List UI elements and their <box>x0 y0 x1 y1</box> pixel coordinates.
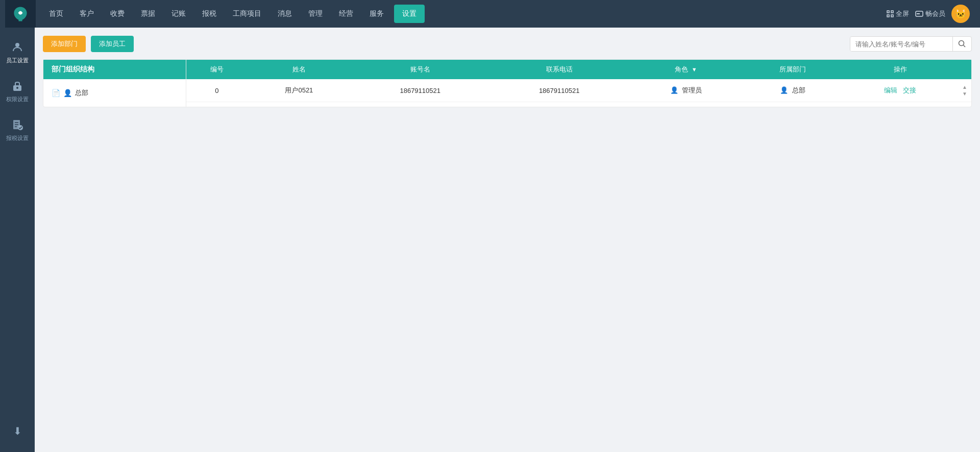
emp-table-header: 编号 姓名 账号名 联系电话 角色 ▼ 所属部门 操作 <box>186 60 971 79</box>
scroll-up-icon[interactable]: ▲ <box>962 84 967 90</box>
nav-tax[interactable]: 报税 <box>194 0 225 28</box>
download-icon: ⬇ <box>13 425 22 437</box>
nav-message[interactable]: 消息 <box>270 0 300 28</box>
scroll-arrows-cell: ▲ ▼ <box>958 79 971 102</box>
scroll-arrows: ▲ ▼ <box>962 84 967 97</box>
nav-bookkeep[interactable]: 记账 <box>163 0 194 28</box>
tax-settings-icon <box>10 117 24 132</box>
sidebar-item-employee[interactable]: 员工设置 <box>0 33 35 72</box>
cell-account: 18679110521 <box>351 79 489 102</box>
dept-person-icon: 👤 <box>63 89 72 97</box>
svg-rect-1 <box>887 11 889 13</box>
avatar-icon: 🐱 <box>955 8 966 19</box>
main-layout: 员工设置 权限设置 <box>0 28 980 452</box>
svg-rect-3 <box>887 15 889 17</box>
col-role[interactable]: 角色 ▼ <box>629 60 743 79</box>
svg-rect-4 <box>891 15 893 17</box>
col-dept: 所属部门 <box>743 60 842 79</box>
nav-customer[interactable]: 客户 <box>71 0 102 28</box>
add-emp-button[interactable]: 添加员工 <box>91 36 134 52</box>
dept-panel: 部门组织结构 📄 👤 总部 <box>43 60 186 107</box>
top-navigation: 首页 客户 收费 票据 记账 报税 工商项目 消息 管理 经营 服务 设置 全屏 <box>0 0 980 28</box>
top-nav-right: 全屏 畅会员 🐱 <box>887 5 975 23</box>
user-avatar[interactable]: 🐱 <box>951 5 970 23</box>
dept-tree: 📄 👤 总部 <box>43 79 186 107</box>
fullscreen-label: 全屏 <box>896 9 909 18</box>
employee-icon <box>10 40 24 54</box>
svg-point-9 <box>16 87 18 89</box>
dept-panel-header: 部门组织结构 <box>43 60 186 79</box>
emp-panel: 编号 姓名 账号名 联系电话 角色 ▼ 所属部门 操作 <box>186 60 971 107</box>
add-dept-button[interactable]: 添加部门 <box>43 36 86 52</box>
svg-line-16 <box>964 45 966 47</box>
scroll-down-icon[interactable]: ▼ <box>962 91 967 97</box>
col-account: 账号名 <box>351 60 489 79</box>
col-action: 操作 <box>842 60 958 79</box>
sidebar-permission-label: 权限设置 <box>6 96 29 103</box>
search-input[interactable] <box>850 37 952 51</box>
sidebar: 员工设置 权限设置 <box>0 28 35 452</box>
sidebar-item-tax-settings[interactable]: 报税设置 <box>0 110 35 149</box>
edit-link[interactable]: 编辑 <box>884 86 897 94</box>
nav-home[interactable]: 首页 <box>41 0 71 28</box>
sidebar-employee-label: 员工设置 <box>6 57 29 64</box>
dept-name: 总部 <box>75 88 88 98</box>
logo-area[interactable] <box>5 0 36 28</box>
nav-fee[interactable]: 收费 <box>102 0 133 28</box>
fullscreen-button[interactable]: 全屏 <box>887 9 909 18</box>
col-id: 编号 <box>186 60 248 79</box>
cell-role: 👤 管理员 <box>629 79 743 102</box>
cell-name: 用户0521 <box>248 79 351 102</box>
nav-service[interactable]: 服务 <box>361 0 392 28</box>
cell-actions: 编辑 交接 <box>842 79 958 102</box>
nav-manage[interactable]: 管理 <box>300 0 331 28</box>
nav-items: 首页 客户 收费 票据 记账 报税 工商项目 消息 管理 经营 服务 设置 <box>41 0 887 28</box>
file-icon: 📄 <box>52 89 60 97</box>
scroll-col <box>958 60 971 79</box>
col-name: 姓名 <box>248 60 351 79</box>
two-panel: 部门组织结构 📄 👤 总部 编号 姓名 账号名 <box>43 59 972 107</box>
table-row: 0 用户0521 18679110521 18679110521 👤 管理员 👤… <box>186 79 971 102</box>
member-button[interactable]: 畅会员 <box>915 9 945 18</box>
nav-biz[interactable]: 工商项目 <box>225 0 270 28</box>
col-phone: 联系电话 <box>489 60 628 79</box>
search-area <box>850 36 972 52</box>
member-icon <box>915 10 923 17</box>
member-label: 畅会员 <box>925 9 945 18</box>
emp-table: 编号 姓名 账号名 联系电话 角色 ▼ 所属部门 操作 <box>186 60 971 102</box>
toolbar: 添加部门 添加员工 <box>43 36 972 52</box>
transfer-link[interactable]: 交接 <box>903 86 916 94</box>
lock-icon <box>11 79 23 93</box>
svg-rect-2 <box>891 11 893 13</box>
svg-rect-6 <box>917 13 920 14</box>
sidebar-tax-label: 报税设置 <box>6 134 29 142</box>
emp-table-body: 0 用户0521 18679110521 18679110521 👤 管理员 👤… <box>186 79 971 102</box>
app-logo-icon <box>11 5 30 23</box>
svg-point-15 <box>959 41 964 46</box>
fullscreen-icon <box>887 10 894 17</box>
search-icon <box>958 40 966 48</box>
sidebar-bottom: ⬇ <box>0 418 35 452</box>
svg-point-0 <box>19 12 21 14</box>
sidebar-download[interactable]: ⬇ <box>0 418 35 444</box>
search-button[interactable] <box>952 37 971 51</box>
cell-phone: 18679110521 <box>489 79 628 102</box>
sidebar-item-permission[interactable]: 权限设置 <box>0 72 35 110</box>
role-value: 管理员 <box>682 86 702 94</box>
nav-operate[interactable]: 经营 <box>331 0 361 28</box>
dept-value: 总部 <box>792 86 805 94</box>
svg-point-7 <box>15 43 19 47</box>
content-area: 添加部门 添加员工 部门组织结构 📄 👤 <box>35 28 980 452</box>
nav-settings[interactable]: 设置 <box>394 5 425 23</box>
cell-id: 0 <box>186 79 248 102</box>
dept-icon: 👤 <box>780 86 788 94</box>
nav-invoice[interactable]: 票据 <box>133 0 163 28</box>
cell-dept: 👤 总部 <box>743 79 842 102</box>
col-role-label: 角色 <box>675 65 688 73</box>
filter-icon: ▼ <box>692 66 697 73</box>
dept-tree-item[interactable]: 📄 👤 总部 <box>43 84 186 102</box>
role-icon: 👤 <box>670 86 678 94</box>
